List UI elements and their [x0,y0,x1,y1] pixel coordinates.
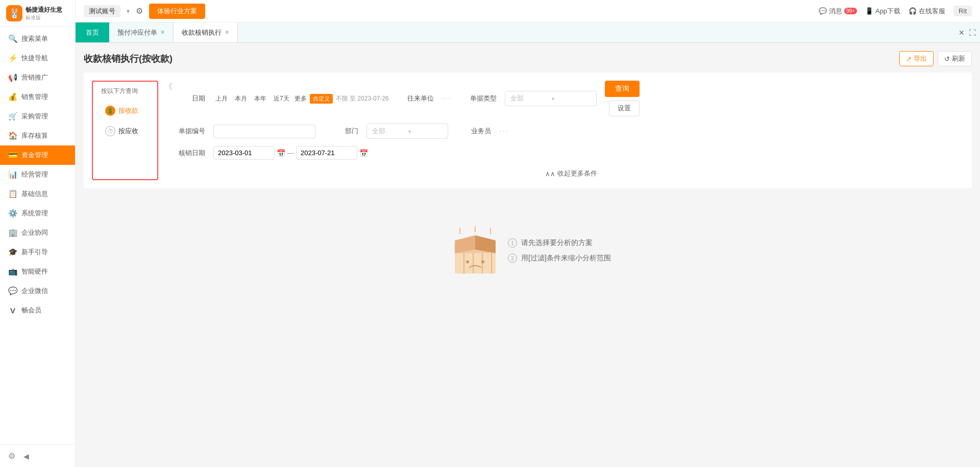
bill-type-select[interactable]: 全部 ▾ [505,91,597,106]
topbar-username: 测试账号 [84,5,120,17]
sidebar-item-business[interactable]: 📊 经营管理 [0,165,75,184]
sidebar-logo: 🐰 畅捷通好生意 标准版 [0,0,75,27]
topbar-service[interactable]: 🎧 在线客服 [909,7,945,16]
dept-label: 部门 [332,127,358,136]
bill-type-label: 单据类型 [470,94,497,103]
topbar-msg[interactable]: 💬 消息 99+ [819,7,857,16]
refresh-button[interactable]: ↺ 刷新 [938,51,972,66]
refresh-icon: ↺ [944,55,950,63]
sidebar-item-inventory[interactable]: 🏠 库存核算 [0,126,75,145]
tab-expand-icon[interactable]: ⛶ [969,29,976,37]
date-7days[interactable]: 近7天 [272,93,291,104]
bill-type-chevron-icon: ▾ [552,96,591,102]
verify-date-end-calendar-icon[interactable]: 📅 [359,149,368,157]
sidebar-item-search[interactable]: 🔍 搜索菜单 [0,29,75,48]
step2-num: 2 [508,254,517,263]
finance-icon: 💳 [8,151,17,160]
tab-home[interactable]: 首页 [76,22,109,42]
date-prev-month[interactable]: 上月 [213,93,230,104]
sidebar-item-basicinfo[interactable]: 📋 基础信息 [0,184,75,204]
marketing-icon: 📢 [8,73,17,82]
purchase-icon: 🛒 [8,112,17,121]
bill-no-input[interactable] [213,125,315,138]
empty-step-1: 1 请先选择要分析的方案 [508,238,611,248]
sidebar-item-purchase[interactable]: 🛒 采购管理 [0,107,75,126]
msg-icon: 💬 [819,7,827,15]
tabbar: 首页 预付冲应付单 ✕ 收款核销执行 ✕ ✕ ⛶ [76,22,980,43]
staff-label: 业务员 [464,127,491,136]
topbar-app-download[interactable]: 📱 App下载 [865,7,900,16]
sidebar-item-sales[interactable]: 💰 销售管理 [0,87,75,107]
query-button[interactable]: 查询 [605,81,640,97]
filter-by-receivable[interactable]: ⏱ 按应收 [101,124,149,138]
verify-date-end-input[interactable] [296,146,357,160]
sidebar-item-quick[interactable]: ⚡ 快捷导航 [0,48,75,68]
date-this-month[interactable]: 本月 [233,93,249,104]
search-menu-icon: 🔍 [8,34,17,43]
empty-text: 1 请先选择要分析的方案 2 用[过滤]条件来缩小分析范围 [508,238,611,263]
tab-receipt-close-icon[interactable]: ✕ [225,29,229,36]
filter-title: 按以下方查询 [101,87,149,95]
solution-button[interactable]: 体验行业方案 [149,4,205,19]
sidebar: 🐰 畅捷通好生意 标准版 🔍 搜索菜单 ⚡ 快捷导航 📢 营销推广 💰 销售管理… [0,0,76,467]
tab-prepay[interactable]: 预付冲应付单 ✕ [109,22,174,42]
collapse-icon: ∧∧ [545,170,555,178]
partner-selector[interactable]: ··· [442,94,452,103]
svg-rect-1 [455,253,496,274]
sidebar-item-enterprise[interactable]: 🏢 企业协同 [0,223,75,242]
by-receipt-icon: 💲 [105,106,115,116]
topbar: 测试账号 ▾ ⚙ 体验行业方案 💬 消息 99+ 📱 App下载 🎧 在线客服 … [76,0,980,22]
logo-icon: 🐰 [6,5,22,21]
guide-icon: 🎓 [8,248,17,257]
partner-label: 往来单位 [407,94,434,103]
collapse-more-conditions[interactable]: ∧∧ 收起更多条件 [179,167,964,180]
filter-collapse-button[interactable]: 《 [164,82,173,92]
sidebar-item-marketing[interactable]: 📢 营销推广 [0,68,75,87]
bill-no-label: 单据编号 [179,127,205,136]
sidebar-item-member[interactable]: V 畅会员 [0,301,75,320]
service-icon: 🎧 [909,7,917,15]
page-header: 收款核销执行(按收款) ↗ 导出 ↺ 刷新 [84,51,972,66]
sidebar-item-wechat[interactable]: 💬 企业微信 [0,281,75,301]
staff-selector[interactable]: ··· [499,127,509,136]
export-button[interactable]: ↗ 导出 [899,51,934,66]
empty-state: 1 请先选择要分析的方案 2 用[过滤]条件来缩小分析范围 [84,194,972,307]
sidebar-item-system[interactable]: ⚙️ 系统管理 [0,204,75,223]
tab-close-all-icon[interactable]: ✕ [959,29,965,37]
sidebar-item-hardware[interactable]: 📺 智能硬件 [0,262,75,281]
verify-date-start-calendar-icon[interactable]: 📅 [277,149,285,157]
filter-row-2: 单据编号 部门 全部 ▾ 业务员 ··· [179,124,964,139]
app-icon: 📱 [865,7,873,15]
date-this-year[interactable]: 本年 [252,93,268,104]
filter-row-3: 核销日期 📅 — 📅 [179,146,964,160]
collapse-sidebar-icon[interactable]: ◀ [23,452,29,460]
msg-badge: 99+ [844,8,857,14]
topbar-chevron-icon[interactable]: ▾ [127,8,130,15]
tab-prepay-close-icon[interactable]: ✕ [160,29,165,36]
step1-num: 1 [508,238,517,248]
empty-step-2: 2 用[过滤]条件来缩小分析范围 [508,254,611,263]
filter-left-panel: 按以下方查询 💲 按收款 ⏱ 按应收 [92,81,158,180]
date-custom[interactable]: 自定义 [310,94,333,104]
settings-icon[interactable]: ⚙ [8,451,15,461]
setting-button[interactable]: 设置 [609,100,640,116]
filter-card: 按以下方查询 💲 按收款 ⏱ 按应收 《 日期 上月 [84,72,972,188]
dept-select[interactable]: 全部 ▾ [366,124,448,139]
date-more[interactable]: 更多 [295,94,307,103]
sales-icon: 💰 [8,92,17,102]
empty-illustration [445,225,496,276]
quick-nav-icon: ⚡ [8,54,17,63]
verify-date-start-input[interactable] [213,146,275,160]
enterprise-icon: 🏢 [8,228,17,237]
sidebar-item-guide[interactable]: 🎓 新手引导 [0,242,75,262]
tabbar-right: ✕ ⛶ [959,29,980,37]
svg-point-7 [481,260,484,263]
tab-receipt[interactable]: 收款核销执行 ✕ [174,22,238,42]
svg-point-6 [466,260,469,263]
page-actions: ↗ 导出 ↺ 刷新 [899,51,972,66]
sidebar-item-finance[interactable]: 💳 资金管理 [0,145,75,165]
verify-date-group: 📅 — 📅 [213,146,368,160]
topbar-gear-icon[interactable]: ⚙ [136,6,143,16]
system-icon: ⚙️ [8,209,17,218]
filter-by-receipt[interactable]: 💲 按收款 [101,104,149,118]
